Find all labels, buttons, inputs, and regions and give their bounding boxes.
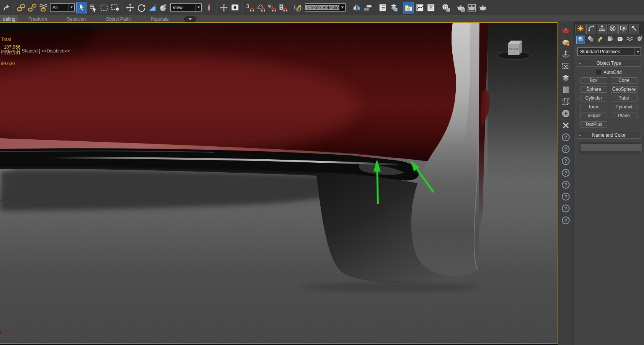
rectangular-selection-region-button[interactable] — [98, 2, 109, 13]
primitive-button-teapot[interactable]: Teapot — [580, 113, 607, 119]
tab-modify[interactable] — [586, 24, 596, 34]
schematic-view-button[interactable] — [425, 2, 436, 13]
help-button[interactable]: ? — [561, 133, 571, 142]
primitive-button-sphere[interactable]: Sphere — [580, 86, 607, 93]
category-helpers[interactable] — [616, 36, 624, 44]
hierarchy-icon — [598, 25, 605, 33]
primitive-button-textplus[interactable]: TextPlus — [580, 121, 607, 128]
use-pivot-point-center-button[interactable] — [203, 2, 214, 13]
svg-text:?: ? — [564, 182, 567, 188]
ribbon-minimize-button[interactable] — [184, 16, 196, 22]
select-and-link-button[interactable] — [15, 2, 26, 13]
ribbon-tab-populate[interactable]: Populate — [140, 15, 178, 23]
subcategory-dropdown[interactable]: Standard Primitives — [577, 47, 641, 56]
primitive-button-box[interactable]: Box — [580, 77, 607, 84]
help-button[interactable]: ? — [561, 192, 571, 201]
material-editor-button[interactable] — [440, 2, 451, 13]
viewport-scene[interactable]: FRONT — [0, 23, 557, 344]
perspective-viewport[interactable]: FRONT pective ] [ Shaded ] <<Disabled>> … — [0, 23, 557, 344]
object-name-field[interactable] — [580, 144, 642, 151]
spinner-snap-toggle[interactable] — [277, 2, 289, 13]
tab-display[interactable] — [618, 24, 628, 34]
category-space-warps[interactable] — [626, 36, 634, 44]
snap-toggle-3d-button[interactable]: 3 — [244, 2, 255, 13]
tab-utilities[interactable] — [629, 24, 639, 34]
category-geometry[interactable] — [576, 36, 585, 44]
double-panel-button[interactable] — [561, 85, 571, 94]
select-and-move-button[interactable] — [124, 2, 135, 13]
help-button[interactable]: ? — [561, 157, 571, 165]
ribbon-tab-freeform[interactable]: Freeform — [18, 15, 57, 23]
layer-stack-button[interactable] — [561, 74, 571, 82]
category-shapes[interactable] — [586, 36, 595, 44]
help-button[interactable]: ? — [561, 216, 571, 225]
main-toolbar: AllView3%{}ABCCreate Selection Se — [0, 0, 644, 15]
object-type-rollout-header[interactable]: - Object Type — [577, 60, 641, 67]
bind-to-space-warp-button[interactable] — [37, 2, 49, 13]
category-systems[interactable] — [635, 36, 644, 44]
primitive-button-plane[interactable]: Plane — [611, 113, 637, 119]
close-button[interactable] — [561, 121, 571, 130]
select-and-place-button[interactable] — [158, 2, 169, 13]
select-and-place-icon — [159, 3, 168, 12]
named-selection-set-dropdown[interactable]: Create Selection Se — [305, 3, 346, 11]
edit-named-selection-sets-button[interactable]: {}ABC — [292, 2, 303, 13]
primitive-button-torus[interactable]: Torus — [580, 104, 607, 110]
name-and-color-rollout: - Name and Color — [577, 132, 641, 154]
primitive-button-cone[interactable]: Cone — [611, 77, 637, 84]
align-button[interactable] — [362, 2, 373, 13]
toggle-layer-explorer-button[interactable] — [388, 2, 399, 13]
category-lights[interactable] — [596, 36, 605, 44]
help-button[interactable]: ? — [561, 145, 571, 154]
toggle-scene-explorer-button[interactable] — [377, 2, 388, 13]
render-production-button[interactable] — [477, 2, 488, 13]
keyboard-shortcut-override-toggle[interactable] — [229, 2, 240, 13]
tab-motion[interactable] — [608, 24, 618, 34]
select-and-rotate-button[interactable] — [135, 2, 147, 13]
select-and-manipulate-button[interactable] — [218, 2, 229, 13]
reference-coordinate-dropdown[interactable]: View — [170, 3, 202, 11]
help-button[interactable]: ? — [561, 180, 571, 189]
selection-filter-dropdown[interactable]: All — [50, 3, 75, 11]
autogrid-checkbox[interactable] — [596, 70, 601, 75]
delete-box-button[interactable] — [561, 38, 571, 47]
primitive-button-cylinder[interactable]: Cylinder — [580, 95, 607, 101]
unlink-selection-button[interactable] — [26, 2, 37, 13]
marquee-checker-button[interactable] — [561, 62, 571, 70]
select-and-scale-button[interactable] — [147, 2, 158, 13]
play-script-button[interactable] — [561, 109, 571, 118]
help-icon: ? — [561, 157, 570, 165]
help-button[interactable]: ? — [561, 204, 571, 213]
tab-create[interactable] — [576, 24, 585, 34]
select-object-button[interactable] — [76, 2, 87, 13]
render-setup-button[interactable] — [455, 2, 466, 13]
axis-tick — [0, 331, 2, 334]
help-button[interactable]: ? — [561, 168, 571, 177]
autogrid-arrow-button[interactable] — [561, 50, 571, 59]
window-crossing-toggle[interactable] — [109, 2, 121, 13]
named-selection-set-dropdown-value: Create Selection Se — [305, 5, 339, 10]
selection-filter-dropdown-value: All — [51, 5, 68, 10]
name-and-color-rollout-header[interactable]: - Name and Color — [577, 132, 641, 139]
toolbar-separator — [453, 3, 453, 13]
curve-editor-button[interactable] — [414, 2, 425, 13]
primitive-button-pyramid[interactable]: Pyramid — [611, 104, 637, 110]
primitive-button-geosphere[interactable]: GeoSphere — [611, 86, 637, 93]
ribbon-tab-modeling[interactable]: deling — [0, 15, 18, 23]
toggle-ribbon-button[interactable] — [403, 2, 414, 13]
ribbon-tab-selection[interactable]: Selection — [57, 15, 96, 23]
toolbar-separator — [349, 3, 349, 13]
category-cameras[interactable] — [606, 36, 615, 44]
primitive-button-tube[interactable]: Tube — [611, 95, 637, 101]
percent-snap-toggle[interactable]: % — [266, 2, 277, 13]
chevron-down-icon — [195, 4, 201, 11]
select-by-name-button[interactable] — [87, 2, 98, 13]
mirror-button[interactable] — [351, 2, 362, 13]
rendered-frame-window-button[interactable] — [466, 2, 477, 13]
angle-snap-toggle[interactable] — [255, 2, 266, 13]
ribbon-tab-object-paint[interactable]: Object Paint — [96, 15, 140, 23]
lattice-cube-button[interactable] — [561, 97, 571, 106]
teapot-script-button[interactable] — [561, 26, 571, 35]
redo-button[interactable] — [0, 2, 11, 13]
tab-hierarchy[interactable] — [597, 24, 607, 34]
